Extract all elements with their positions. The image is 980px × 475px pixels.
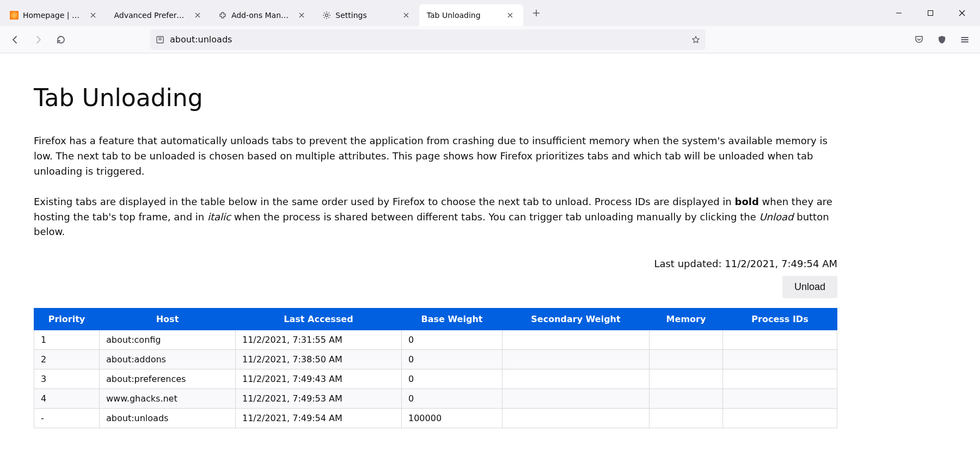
page-info-icon[interactable] [156, 35, 164, 44]
table-row: 4www.ghacks.net11/2/2021, 7:49:53 AM0 [34, 389, 837, 409]
cell-sec [503, 369, 650, 389]
column-header: Base Weight [402, 309, 503, 330]
cell-base: 100000 [402, 409, 503, 428]
addons-icon [218, 11, 227, 20]
tab-1[interactable]: Advanced Preferences [106, 4, 210, 26]
column-header: Priority [34, 309, 100, 330]
close-window-button[interactable] [946, 0, 978, 26]
new-tab-button[interactable] [525, 2, 547, 24]
cell-sec [503, 350, 650, 369]
tab-4[interactable]: Tab Unloading [419, 4, 523, 26]
tab-close-icon[interactable] [88, 10, 99, 21]
column-header: Host [100, 309, 236, 330]
forward-button[interactable] [28, 30, 48, 50]
table-row: 3about:preferences11/2/2021, 7:49:43 AM0 [34, 369, 837, 389]
cell-last: 11/2/2021, 7:31:55 AM [236, 330, 402, 350]
cell-pid [723, 369, 837, 389]
nav-toolbar: about:unloads [0, 26, 980, 53]
cell-mem [650, 330, 723, 350]
table-row: 1about:config11/2/2021, 7:31:55 AM0 [34, 330, 837, 350]
column-header: Secondary Weight [503, 309, 650, 330]
cell-priority: 2 [34, 350, 100, 369]
tab-label: Advanced Preferences [114, 11, 187, 20]
cell-host: about:unloads [100, 409, 236, 428]
svg-point-0 [326, 14, 328, 17]
cell-priority: 3 [34, 369, 100, 389]
cell-host: www.ghacks.net [100, 389, 236, 409]
ghacks-favicon-icon [10, 11, 19, 20]
url-text: about:unloads [170, 34, 686, 45]
column-header: Memory [650, 309, 723, 330]
reload-button[interactable] [51, 30, 71, 50]
tab-close-icon[interactable] [192, 10, 203, 21]
cell-base: 0 [402, 350, 503, 369]
svg-rect-1 [928, 11, 933, 16]
page-content: Tab Unloading Firefox has a feature that… [0, 53, 871, 459]
settings-gear-icon [322, 11, 331, 20]
shield-icon[interactable] [932, 30, 952, 50]
table-row: 2about:addons11/2/2021, 7:38:50 AM0 [34, 350, 837, 369]
cell-last: 11/2/2021, 7:38:50 AM [236, 350, 402, 369]
cell-base: 0 [402, 389, 503, 409]
last-updated-text: Last updated: 11/2/2021, 7:49:54 AM [654, 258, 837, 269]
cell-sec [503, 389, 650, 409]
url-bar[interactable]: about:unloads [150, 29, 706, 50]
cell-priority: 1 [34, 330, 100, 350]
cell-mem [650, 350, 723, 369]
description-2: Existing tabs are displayed in the table… [34, 194, 837, 240]
tab-0[interactable]: Homepage | gHacks Tech [2, 4, 106, 26]
tab-label: Settings [335, 11, 396, 20]
tab-close-icon[interactable] [296, 10, 307, 21]
cell-last: 11/2/2021, 7:49:53 AM [236, 389, 402, 409]
cell-host: about:config [100, 330, 236, 350]
tab-2[interactable]: Add-ons Manager [211, 4, 315, 26]
cell-last: 11/2/2021, 7:49:43 AM [236, 369, 402, 389]
cell-last: 11/2/2021, 7:49:54 AM [236, 409, 402, 428]
cell-mem [650, 409, 723, 428]
tab-label: Add-ons Manager [231, 11, 292, 20]
page-title: Tab Unloading [34, 84, 837, 112]
tab-label: Homepage | gHacks Tech [23, 11, 83, 20]
cell-host: about:addons [100, 350, 236, 369]
cell-pid [723, 409, 837, 428]
table-row: -about:unloads11/2/2021, 7:49:54 AM10000… [34, 409, 837, 428]
description-1: Firefox has a feature that automatically… [34, 133, 837, 179]
tab-3[interactable]: Settings [315, 4, 419, 26]
cell-mem [650, 389, 723, 409]
bookmark-star-icon[interactable] [691, 35, 700, 44]
maximize-button[interactable] [915, 0, 946, 26]
pocket-icon[interactable] [909, 30, 929, 50]
cell-pid [723, 330, 837, 350]
cell-priority: - [34, 409, 100, 428]
tab-label: Tab Unloading [427, 11, 500, 20]
cell-sec [503, 409, 650, 428]
cell-base: 0 [402, 369, 503, 389]
tab-close-icon[interactable] [401, 10, 412, 21]
cell-mem [650, 369, 723, 389]
cell-sec [503, 330, 650, 350]
tab-close-icon[interactable] [505, 10, 516, 21]
cell-base: 0 [402, 330, 503, 350]
tabs-table: PriorityHostLast AccessedBase WeightSeco… [34, 308, 837, 428]
minimize-button[interactable] [883, 0, 915, 26]
back-button[interactable] [5, 30, 25, 50]
cell-pid [723, 350, 837, 369]
hamburger-menu-icon[interactable] [955, 30, 975, 50]
column-header: Last Accessed [236, 309, 402, 330]
cell-host: about:preferences [100, 369, 236, 389]
tab-bar: Homepage | gHacks TechAdvanced Preferenc… [0, 0, 980, 26]
unload-button[interactable]: Unload [782, 276, 837, 298]
column-header: Process IDs [723, 309, 837, 330]
cell-pid [723, 389, 837, 409]
cell-priority: 4 [34, 389, 100, 409]
